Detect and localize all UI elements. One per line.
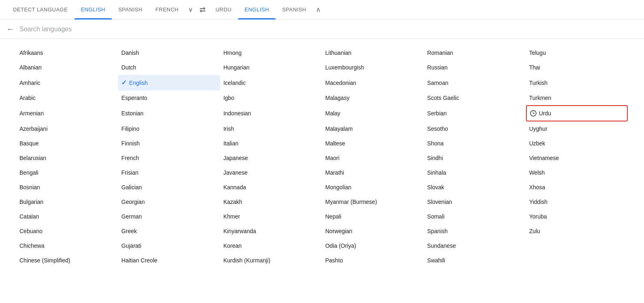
lang-item[interactable]: Kinyarwanda (220, 224, 322, 238)
lang-item[interactable]: Chinese (Simplified) (16, 253, 118, 268)
lang-item[interactable]: Scots Gaelic (424, 91, 526, 105)
tab-source-french[interactable]: FRENCH (149, 0, 185, 19)
lang-item[interactable]: Odia (Oriya) (322, 238, 424, 253)
lang-item[interactable]: Vietnamese (526, 151, 628, 165)
lang-item[interactable]: Maori (322, 151, 424, 165)
lang-item[interactable]: Esperanto (118, 91, 220, 105)
lang-item[interactable]: Thai (526, 60, 628, 75)
lang-item[interactable]: Amharic (16, 75, 118, 91)
search-input[interactable] (19, 26, 638, 33)
lang-item[interactable]: Norwegian (322, 224, 424, 238)
lang-item[interactable]: Japanese (220, 151, 322, 165)
lang-item[interactable]: Lithuanian (322, 45, 424, 60)
lang-item[interactable]: Haitian Creole (118, 253, 220, 268)
swap-languages-button[interactable]: ⇄ (196, 5, 209, 14)
lang-item[interactable]: Georgian (118, 195, 220, 209)
back-button[interactable]: ← (6, 24, 15, 34)
lang-item[interactable]: Yiddish (526, 195, 628, 209)
lang-item[interactable]: Armenian (16, 105, 118, 121)
lang-item[interactable]: Swahili (424, 253, 526, 268)
lang-item[interactable]: Turkish (526, 75, 628, 91)
lang-item[interactable]: Somali (424, 209, 526, 224)
lang-item[interactable]: Irish (220, 121, 322, 136)
lang-item[interactable]: Sindhi (424, 151, 526, 165)
lang-item[interactable]: Danish (118, 45, 220, 60)
lang-item[interactable]: Dutch (118, 60, 220, 75)
lang-item[interactable]: Serbian (424, 105, 526, 121)
tab-target-spanish[interactable]: SPANISH (276, 0, 313, 19)
lang-item[interactable]: Samoan (424, 75, 526, 91)
lang-item[interactable]: Uyghur (526, 121, 628, 136)
lang-item[interactable]: Nepali (322, 209, 424, 224)
lang-item[interactable]: Gujarati (118, 238, 220, 253)
tab-source-english[interactable]: ENGLISH (74, 0, 112, 19)
lang-item[interactable]: Galician (118, 180, 220, 195)
lang-item[interactable]: Greek (118, 224, 220, 238)
lang-item[interactable]: Urdu (526, 105, 628, 121)
lang-item[interactable]: Shona (424, 136, 526, 151)
lang-item[interactable]: Indonesian (220, 105, 322, 121)
tab-target-english[interactable]: ENGLISH (238, 0, 276, 19)
lang-item[interactable]: Bulgarian (16, 195, 118, 209)
lang-item[interactable]: Bosnian (16, 180, 118, 195)
tab-target-urdu[interactable]: URDU (209, 0, 238, 19)
lang-item[interactable]: Russian (424, 60, 526, 75)
lang-item[interactable]: Sundanese (424, 238, 526, 253)
lang-item[interactable]: Spanish (424, 224, 526, 238)
lang-item[interactable]: Malay (322, 105, 424, 121)
lang-item[interactable]: Javanese (220, 165, 322, 180)
tab-detect-language[interactable]: DETECT LANGUAGE (6, 0, 74, 19)
lang-item[interactable]: Malagasy (322, 91, 424, 105)
tab-source-spanish[interactable]: SPANISH (112, 0, 149, 19)
lang-item[interactable]: Afrikaans (16, 45, 118, 60)
lang-item[interactable]: Igbo (220, 91, 322, 105)
lang-item[interactable]: Slovenian (424, 195, 526, 209)
lang-item[interactable]: German (118, 209, 220, 224)
lang-item[interactable]: Icelandic (220, 75, 322, 91)
target-more-chevron[interactable]: ∧ (313, 6, 324, 13)
lang-item[interactable]: Arabic (16, 91, 118, 105)
lang-item[interactable]: Kurdish (Kurmanji) (220, 253, 322, 268)
lang-item[interactable]: Korean (220, 238, 322, 253)
lang-item[interactable]: Myanmar (Burmese) (322, 195, 424, 209)
lang-item[interactable]: Malayalam (322, 121, 424, 136)
lang-item[interactable]: Uzbek (526, 136, 628, 151)
lang-item[interactable]: Italian (220, 136, 322, 151)
lang-item[interactable]: Romanian (424, 45, 526, 60)
lang-item[interactable]: Sinhala (424, 165, 526, 180)
lang-item[interactable]: Hmong (220, 45, 322, 60)
lang-item[interactable]: Kazakh (220, 195, 322, 209)
lang-item[interactable]: Filipino (118, 121, 220, 136)
lang-item[interactable]: Khmer (220, 209, 322, 224)
lang-item[interactable]: Xhosa (526, 180, 628, 195)
lang-item[interactable]: Chichewa (16, 238, 118, 253)
lang-item[interactable]: Hungarian (220, 60, 322, 75)
lang-item[interactable]: Turkmen (526, 91, 628, 105)
lang-item[interactable]: Kannada (220, 180, 322, 195)
lang-item[interactable]: Cebuano (16, 224, 118, 238)
lang-item[interactable]: Albanian (16, 60, 118, 75)
lang-item[interactable]: Azerbaijani (16, 121, 118, 136)
lang-item[interactable]: Luxembourgish (322, 60, 424, 75)
lang-item[interactable]: Slovak (424, 180, 526, 195)
lang-item[interactable]: Catalan (16, 209, 118, 224)
lang-item[interactable]: Yoruba (526, 209, 628, 224)
lang-item[interactable]: Telugu (526, 45, 628, 60)
source-more-chevron[interactable]: ∨ (185, 6, 196, 13)
lang-item[interactable]: Frisian (118, 165, 220, 180)
lang-item[interactable]: Mongolian (322, 180, 424, 195)
lang-item[interactable]: Macedonian (322, 75, 424, 91)
lang-item[interactable]: Welsh (526, 165, 628, 180)
lang-item[interactable]: Marathi (322, 165, 424, 180)
lang-item[interactable]: Sesotho (424, 121, 526, 136)
lang-item[interactable]: Finnish (118, 136, 220, 151)
lang-item[interactable]: Pashto (322, 253, 424, 268)
lang-item[interactable]: ✓English (118, 75, 220, 91)
lang-item[interactable]: Estonian (118, 105, 220, 121)
lang-item[interactable]: Zulu (526, 224, 628, 238)
lang-item[interactable]: Basque (16, 136, 118, 151)
lang-item[interactable]: Belarusian (16, 151, 118, 165)
lang-item[interactable]: French (118, 151, 220, 165)
lang-item[interactable]: Bengali (16, 165, 118, 180)
lang-item[interactable]: Maltese (322, 136, 424, 151)
